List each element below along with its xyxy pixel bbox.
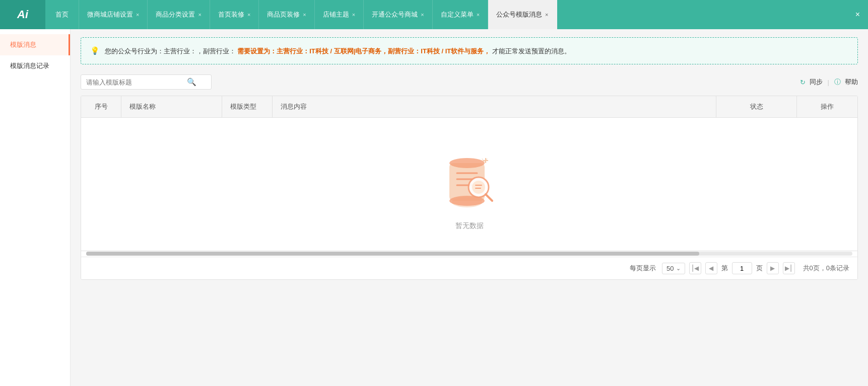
horizontal-scrollbar[interactable] [81, 251, 857, 257]
nav-tabs-container: 首页 微商城店铺设置 × 商品分类设置 × 首页装修 × 商品页装修 × 店铺主… [45, 0, 847, 29]
sync-icon: ↻ [800, 79, 806, 86]
th-status: 状态 [716, 96, 797, 117]
total-info: 共0页，0条记录 [803, 264, 849, 273]
sidebar-item-template-record[interactable]: 模版消息记录 [0, 55, 70, 76]
th-action: 操作 [797, 96, 857, 117]
sidebar: 模版消息 模版消息记录 [0, 29, 71, 386]
main-content: 💡 您的公众号行业为：主营行业：，副营行业： 需要设置为：主营行业：IT科技 /… [71, 29, 868, 386]
help-circle-icon: ⓘ [834, 78, 841, 87]
th-seq: 序号 [81, 96, 121, 117]
tab-shop-settings[interactable]: 微商城店铺设置 × [79, 0, 148, 29]
first-page-button[interactable]: ⎮◀ [689, 262, 701, 274]
tab-label: 微商城店铺设置 [87, 10, 133, 19]
tab-label: 自定义菜单 [441, 10, 474, 19]
divider: | [828, 79, 829, 86]
pagination: 每页显示 50 ⌄ ⎮◀ ◀ 第 页 ▶ ▶⎮ 共0页，0条记录 [81, 257, 857, 279]
svg-point-2 [449, 158, 485, 168]
tab-home[interactable]: 首页 [45, 0, 79, 29]
close-tab-btn[interactable]: × [136, 12, 139, 18]
close-tab-btn[interactable]: × [477, 12, 480, 18]
empty-illustration [439, 148, 500, 213]
tab-custom-menu[interactable]: 自定义菜单 × [433, 0, 488, 29]
app-logo: Ai [0, 0, 45, 29]
prev-page-button[interactable]: ◀ [705, 262, 717, 274]
page-size-select[interactable]: 50 ⌄ [662, 263, 685, 274]
close-all-icon: × [855, 10, 860, 19]
svg-line-9 [486, 194, 492, 201]
page-label-before: 第 [721, 264, 728, 273]
tab-store-theme[interactable]: 店铺主题 × [315, 0, 364, 29]
close-tab-btn[interactable]: × [352, 12, 355, 18]
notice-text-after: 才能正常发送预置的消息。 [492, 47, 571, 55]
th-name: 模版名称 [121, 96, 222, 117]
notice-text-before: 您的公众号行业为：主营行业：，副营行业： [105, 47, 236, 55]
close-tab-btn[interactable]: × [303, 12, 306, 18]
empty-text: 暂无数据 [455, 221, 484, 230]
sidebar-item-template-msg[interactable]: 模版消息 [0, 34, 70, 55]
svg-point-8 [472, 181, 485, 194]
tab-label: 开通公众号商城 [372, 10, 418, 19]
sync-button[interactable]: 同步 [810, 78, 823, 87]
close-tab-btn[interactable]: × [421, 12, 424, 18]
close-tab-btn[interactable]: × [198, 12, 201, 18]
close-all-button[interactable]: × [847, 0, 868, 29]
tab-product-decor[interactable]: 商品页装修 × [259, 0, 314, 29]
top-navigation: Ai 首页 微商城店铺设置 × 商品分类设置 × 首页装修 × 商品页装修 × … [0, 0, 868, 29]
tab-template-msg[interactable]: 公众号模版消息 × [488, 0, 557, 29]
sidebar-item-label: 模版消息 [10, 41, 36, 48]
search-icon[interactable]: 🔍 [187, 78, 196, 87]
th-type: 模版类型 [222, 96, 273, 117]
tab-open-mall[interactable]: 开通公众号商城 × [364, 0, 432, 29]
last-page-button[interactable]: ▶⎮ [783, 262, 795, 274]
notice-highlight: 需要设置为：主营行业：IT科技 / 互联网|电子商务，副营行业：IT科技 / I… [237, 47, 490, 55]
main-layout: 模版消息 模版消息记录 💡 您的公众号行业为：主营行业：，副营行业： 需要设置为… [0, 29, 868, 386]
page-label-after: 页 [756, 264, 763, 273]
close-tab-btn[interactable]: × [545, 12, 548, 18]
search-input[interactable] [86, 79, 187, 86]
scrollbar-thumb[interactable] [86, 252, 699, 256]
tab-label: 首页装修 [218, 10, 244, 19]
chevron-down-icon: ⌄ [676, 265, 681, 272]
search-input-wrapper: 🔍 [81, 74, 212, 90]
tab-product-category[interactable]: 商品分类设置 × [148, 0, 210, 29]
page-size-value: 50 [666, 265, 674, 272]
tab-label: 店铺主题 [323, 10, 349, 19]
lightbulb-icon: 💡 [90, 46, 100, 55]
scrollbar-track [86, 252, 852, 256]
close-tab-btn[interactable]: × [247, 12, 250, 18]
help-button[interactable]: 帮助 [845, 78, 858, 87]
tab-home-decor[interactable]: 首页装修 × [210, 0, 259, 29]
tab-label: 公众号模版消息 [496, 10, 542, 19]
th-content: 消息内容 [273, 96, 716, 117]
toolbar-right: ↻ 同步 | ⓘ 帮助 [800, 78, 858, 87]
empty-state: 暂无数据 [81, 118, 857, 251]
tab-label: 商品页装修 [267, 10, 300, 19]
tab-label: 商品分类设置 [156, 10, 195, 19]
sidebar-item-label: 模版消息记录 [10, 62, 49, 69]
search-bar: 🔍 ↻ 同步 | ⓘ 帮助 [81, 74, 858, 90]
page-number-input[interactable] [732, 262, 752, 274]
tab-label: 首页 [55, 10, 69, 19]
logo-text: Ai [17, 8, 28, 21]
next-page-button[interactable]: ▶ [767, 262, 779, 274]
table-header: 序号 模版名称 模版类型 消息内容 状态 操作 [81, 96, 857, 118]
data-table: 序号 模版名称 模版类型 消息内容 状态 操作 [81, 96, 858, 280]
notice-box: 💡 您的公众号行业为：主营行业：，副营行业： 需要设置为：主营行业：IT科技 /… [81, 37, 858, 64]
page-size-label: 每页显示 [630, 264, 656, 273]
